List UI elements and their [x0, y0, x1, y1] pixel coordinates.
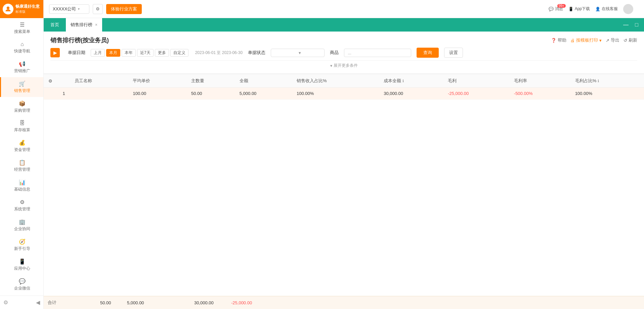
date-btn-this-year[interactable]: 本年	[122, 49, 136, 57]
appcenter-icon: 📱	[19, 258, 26, 265]
status-select[interactable]: ▾	[271, 49, 325, 57]
table-row: 1 100.00 50.00 5,000.00 100.00% 30,000.0…	[44, 88, 644, 100]
app-download-item[interactable]: 📱 App下载	[568, 6, 590, 12]
row-total: 5,000.00	[235, 88, 293, 100]
tab-sales-ranking[interactable]: 销售排行榜 ×	[66, 18, 102, 32]
date-btn-prev-month[interactable]: 上月	[91, 49, 105, 57]
help-label: 帮助	[558, 37, 566, 43]
page-header: 销售排行榜(按业务员) ❓ 帮助 🖨 按模板打印 ▾ ↗ 导出 ↺ 刷新	[44, 32, 644, 44]
sidebar-item-inventory[interactable]: 🗄 库存核算	[0, 117, 43, 136]
sidebar-item-marketing[interactable]: 📢 营销推广	[0, 57, 43, 77]
expand-more-btn[interactable]: ▾ 展开更多条件	[330, 63, 358, 68]
sidebar-label-quicknav: 快捷导航	[14, 48, 30, 54]
sidebar-label-search: 搜索菜单	[14, 29, 30, 35]
date-btn-this-month[interactable]: 本月	[106, 49, 120, 57]
system-icon: ⚙	[20, 199, 25, 205]
export-button[interactable]: ↗ 导出	[606, 37, 619, 43]
col-rank	[57, 74, 71, 88]
export-icon: ↗	[606, 38, 609, 43]
service-label: 在线客服	[602, 6, 618, 12]
finance-icon: 💰	[19, 140, 26, 146]
sidebar-label-appcenter: 应用中心	[14, 266, 30, 271]
cost-help-icon[interactable]: ℹ	[402, 79, 404, 83]
tab-minimize-btn[interactable]: —	[621, 20, 631, 30]
sidebar-nav: ☰ 搜索菜单 ⌂ 快捷导航 📢 营销推广 🛒 销售管理 📦 采购管理 🗄 库存核…	[0, 18, 43, 296]
chevron-down-icon: ▾	[78, 7, 80, 11]
date-btn-more[interactable]: 更多	[155, 49, 169, 57]
gross-pct-help-icon[interactable]: ℹ	[598, 79, 599, 83]
col-main-qty: 主数量	[187, 74, 235, 88]
sidebar-item-quicknav[interactable]: ⌂ 快捷导航	[0, 38, 43, 57]
app-download-icon: 📱	[568, 7, 573, 11]
row-gross-pct: 100.00%	[571, 88, 644, 100]
date-btn-7days[interactable]: 近7天	[137, 49, 154, 57]
service-icon: 👤	[595, 7, 600, 11]
sidebar-label-sales: 销售管理	[14, 88, 30, 94]
trial-button[interactable]: 体验行业方案	[106, 4, 142, 14]
col-total: 全额	[235, 74, 293, 88]
sidebar-item-appcenter[interactable]: 📱 应用中心	[0, 255, 43, 275]
sidebar-item-finance[interactable]: 💰 资金管理	[0, 136, 43, 156]
print-button[interactable]: 🖨 按模板打印 ▾	[570, 37, 602, 43]
tab-sales-label: 销售排行榜	[71, 22, 92, 28]
help-button[interactable]: ❓ 帮助	[551, 37, 566, 43]
sidebar-collapse-btn[interactable]: ◀	[36, 299, 40, 306]
sidebar-item-newbie[interactable]: 🧭 新手引导	[0, 235, 43, 255]
sidebar-item-search[interactable]: ☰ 搜索菜单	[0, 18, 43, 38]
print-chevron-icon: ▾	[599, 38, 602, 43]
refresh-button[interactable]: ↺ 刷新	[624, 37, 637, 43]
gear-icon: ⚙	[96, 6, 100, 11]
sidebar-item-operations[interactable]: 📋 经营管理	[0, 156, 43, 176]
sidebar-item-wechat[interactable]: 💬 企业微信	[0, 275, 43, 295]
expand-more-row: ▾ 展开更多条件	[50, 60, 637, 70]
footer-total: 5,000.00	[123, 300, 157, 305]
sidebar-label-basics: 基础信息	[14, 187, 30, 192]
date-label: 单据日期	[68, 50, 85, 56]
date-range-text: 2023-06-01 至 2023-06-30	[195, 50, 243, 56]
goods-label: 商品	[330, 50, 339, 56]
message-badge: 99+	[557, 4, 566, 8]
footer-main-qty: 50.00	[96, 300, 123, 305]
row-cost: 30,000.00	[380, 88, 444, 100]
sidebar-item-sales[interactable]: 🛒 销售管理	[0, 77, 43, 97]
row-sales-pct: 100.00%	[293, 88, 380, 100]
company-selector[interactable]: XXXXX公司 ▾	[49, 4, 89, 14]
date-buttons: 上月 本月 本年 近7天 更多 自定义	[91, 49, 188, 57]
message-item[interactable]: 💬 消息 99+	[549, 6, 563, 12]
sidebar-label-system: 系统管理	[14, 206, 30, 212]
footer-label: 合计	[48, 300, 88, 306]
online-service-item[interactable]: 👤 在线客服	[595, 6, 618, 12]
filter-area: ▶ 单据日期 上月 本月 本年 近7天 更多 自定义 2023-06-01 至 …	[44, 44, 644, 73]
date-btn-custom[interactable]: 自定义	[170, 49, 188, 57]
sidebar-item-basics[interactable]: 📊 基础信息	[0, 176, 43, 196]
home-icon: ⌂	[20, 41, 24, 47]
sidebar-item-system[interactable]: ⚙ 系统管理	[0, 196, 43, 215]
sidebar-label-enterprise: 企业协同	[14, 226, 30, 232]
sidebar-settings-btn[interactable]: ⚙	[3, 299, 8, 306]
sidebar-item-enterprise[interactable]: 🏢 企业协同	[0, 215, 43, 235]
tab-close-icon[interactable]: ×	[95, 23, 97, 27]
row-rank: 1	[57, 88, 71, 100]
settings-button[interactable]: 设置	[444, 48, 463, 58]
help-icon: ❓	[551, 38, 556, 43]
filter-arrow-btn[interactable]: ▶	[50, 48, 60, 57]
page-title: 销售排行榜(按业务员)	[50, 36, 109, 44]
refresh-icon: ↺	[624, 38, 627, 43]
row-gross: -25,000.00	[444, 88, 510, 100]
query-button[interactable]: 查询	[417, 48, 439, 58]
inventory-icon: 🗄	[19, 120, 25, 126]
goods-input[interactable]: ...	[344, 49, 411, 57]
col-gross-rate: 毛利率	[510, 74, 571, 88]
logo-subtitle: 标准版	[15, 9, 40, 14]
col-cost: 成本全额 ℹ	[380, 74, 444, 88]
row-avg-price: 100.00	[129, 88, 187, 100]
tab-maximize-btn[interactable]: □	[632, 20, 641, 30]
table-header-row: ⚙ 员工名称 平均单价 主数量 全额 销售收入占比% 成本全额 ℹ 毛利 毛利率	[44, 74, 644, 88]
gear-button[interactable]: ⚙	[93, 4, 103, 14]
col-settings[interactable]: ⚙	[44, 74, 57, 88]
sidebar-item-purchase[interactable]: 📦 采购管理	[0, 97, 43, 117]
svg-point-0	[7, 7, 9, 9]
col-name: 员工名称	[71, 74, 129, 88]
sidebar-label-operations: 经营管理	[14, 167, 30, 172]
tab-home[interactable]: 首页	[44, 18, 66, 32]
